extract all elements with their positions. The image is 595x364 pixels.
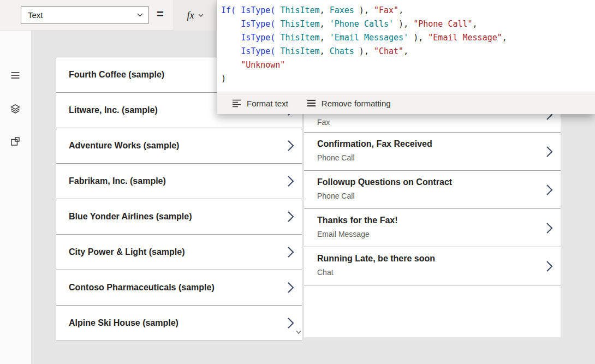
equals-sign: = (157, 7, 164, 21)
account-list-item[interactable]: Blue Yonder Airlines (sample) (56, 199, 302, 235)
formula-token: ), (354, 46, 374, 56)
activity-title: Followup Questions on Contract (317, 177, 534, 188)
formula-line: IsType( ThisItem, 'Phone Calls' ), "Phon… (221, 17, 590, 31)
activity-title: Running Late, be there soon (317, 253, 534, 264)
formula-token: , (473, 19, 478, 29)
formula-line: IsType( ThisItem, Chats ), "Chat", (221, 45, 590, 58)
formula-token: Faxes (330, 5, 354, 15)
formula-token: ThisItem (280, 19, 319, 29)
formula-token: ThisItem (280, 33, 319, 43)
formula-line: "Unknown" (221, 58, 590, 72)
formula-line: IsType( ThisItem, 'Email Messages' ), "E… (221, 31, 590, 45)
formula-token: ), (394, 19, 413, 29)
formula-token: ThisItem (280, 5, 319, 15)
format-text-button[interactable]: Format text (232, 99, 288, 108)
account-list-item[interactable]: Fabrikam, Inc. (sample) (56, 164, 302, 199)
formula-token: 'Phone Calls' (330, 19, 394, 29)
activity-type: Fax (317, 118, 534, 127)
formula-token: , (320, 46, 330, 56)
formula-token (221, 33, 241, 43)
activity-title: Thanks for the Fax! (317, 215, 534, 226)
account-name: Contoso Pharmaceuticals (sample) (69, 282, 215, 293)
formula-editor[interactable]: If( IsType( ThisItem, Faxes ), "Fax", Is… (217, 0, 595, 92)
formula-token (221, 46, 241, 56)
account-list-item[interactable]: City Power & Light (sample) (56, 235, 302, 270)
activity-title: Confirmation, Fax Received (317, 139, 534, 150)
activity-list-item[interactable]: Followup Questions on Contract Phone Cal… (304, 171, 561, 209)
formula-token: "Unknown" (241, 60, 285, 70)
account-name: Adventure Works (sample) (69, 140, 179, 151)
format-text-icon (232, 99, 241, 108)
formula-token: 'Email Messages' (330, 33, 409, 43)
tree-view-icon[interactable] (10, 103, 22, 115)
remove-formatting-button[interactable]: Remove formatting (307, 99, 391, 108)
formula-token: "Fax" (374, 5, 398, 15)
activity-list-item[interactable]: Thanks for the Fax! Email Message (304, 209, 561, 247)
formula-token: IsType( (241, 19, 280, 29)
formula-token: IsType( (241, 33, 280, 43)
left-rail (0, 31, 31, 364)
chevron-right-icon (287, 140, 294, 152)
menu-icon[interactable] (10, 69, 22, 81)
chevron-right-icon (546, 222, 553, 234)
activity-list-item[interactable]: Running Late, be there soon Chat (304, 247, 561, 285)
activity-type: Phone Call (317, 153, 534, 162)
formula-token (221, 60, 241, 70)
activity-type: Chat (317, 268, 534, 277)
formula-token: IsType( (241, 46, 280, 56)
fx-label: fx (187, 10, 194, 21)
formula-token: ThisItem (280, 46, 319, 56)
account-name: Blue Yonder Airlines (sample) (69, 211, 192, 222)
format-text-label: Format text (247, 99, 288, 108)
account-name: Litware, Inc. (sample) (69, 105, 158, 116)
formula-token: ), (408, 33, 428, 43)
chevron-down-icon (137, 13, 143, 17)
chevron-right-icon (546, 146, 553, 158)
account-name: Fourth Coffee (sample) (69, 69, 164, 80)
account-name: City Power & Light (sample) (69, 247, 185, 258)
formula-token: If( (221, 5, 241, 15)
chevron-right-icon (287, 175, 294, 187)
scrollbar-down-arrow[interactable] (295, 330, 302, 337)
formula-line: ) (221, 72, 590, 86)
formula-token: Chats (330, 46, 354, 56)
chevron-right-icon (287, 282, 294, 294)
chevron-right-icon (287, 211, 294, 223)
insert-icon[interactable] (10, 135, 22, 147)
formula-token: , (320, 19, 330, 29)
activities-gallery: Fax Confirmation, Fax Received Phone Cal… (304, 97, 561, 337)
remove-formatting-icon (307, 99, 316, 108)
formula-token: "Chat" (374, 46, 403, 56)
formula-token: , (398, 5, 403, 15)
formula-token: , (502, 33, 507, 43)
powerapps-studio-screen: Text = fx Fourth Coffee (sample) (0, 0, 595, 364)
chevron-right-icon (546, 184, 553, 196)
formula-token (221, 19, 241, 29)
account-list-item[interactable]: Adventure Works (sample) (56, 128, 302, 164)
chevron-right-icon (546, 260, 553, 272)
chevron-right-icon (287, 246, 294, 258)
activity-list-item[interactable]: Confirmation, Fax Received Phone Call (304, 133, 561, 171)
account-list-item[interactable]: Contoso Pharmaceuticals (sample) (56, 270, 302, 306)
chevron-down-icon (198, 14, 204, 17)
account-list-item[interactable]: Alpine Ski House (sample) (56, 306, 302, 341)
formula-token: IsType( (241, 5, 280, 15)
activity-type: Phone Call (317, 192, 534, 200)
formula-line: If( IsType( ThisItem, Faxes ), "Fax", (221, 4, 590, 17)
chevron-right-icon (287, 317, 294, 329)
formula-token: , (320, 33, 330, 43)
formula-token: "Email Message" (428, 33, 502, 43)
fx-dropdown[interactable]: fx (174, 0, 217, 31)
formula-token: "Phone Call" (413, 19, 472, 29)
formula-token: ) (221, 74, 226, 83)
activity-type: Email Message (317, 230, 534, 238)
property-selector-value: Text (28, 10, 43, 20)
account-name: Fabrikam, Inc. (sample) (69, 176, 166, 187)
property-selector[interactable]: Text (21, 6, 149, 24)
formula-token: , (403, 46, 408, 56)
formula-toolbar: Format text Remove formatting (217, 92, 595, 114)
formula-token: , (320, 5, 330, 15)
formula-token: ), (354, 5, 374, 15)
formula-editor-overlay: If( IsType( ThisItem, Faxes ), "Fax", Is… (217, 0, 595, 114)
remove-formatting-label: Remove formatting (322, 99, 391, 108)
